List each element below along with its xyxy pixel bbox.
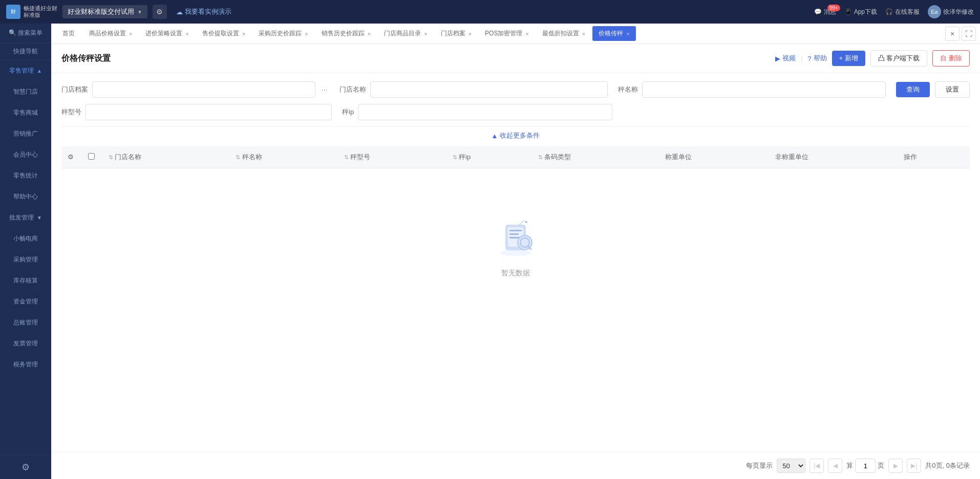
th-settings[interactable]: ⚙ [61, 146, 82, 168]
tab-home[interactable]: 首页 [55, 26, 82, 41]
tab-purchase-strategy[interactable]: 进价策略设置 × [139, 26, 195, 41]
th-scale-model[interactable]: 秤型号 [338, 146, 446, 168]
set-button[interactable]: 设置 [935, 81, 970, 98]
sidebar-item-label: 批发管理 [9, 213, 34, 222]
th-barcode-type[interactable]: 条码类型 [532, 146, 659, 168]
table-header-row: ⚙ 门店名称 秤名称 秤型号 秤ip 条码类型 称重单位 非称重单位 操作 [61, 146, 970, 168]
main-layout: 🔍 搜索菜单 快捷导航 零售管理 ▲ 智慧门店 零售商城 营销推广 会员中心 [0, 24, 980, 479]
store-file-input[interactable] [92, 81, 315, 98]
last-page-button[interactable]: ▶| [907, 459, 921, 473]
help-link[interactable]: ? 帮助 [807, 54, 826, 63]
empty-illustration [490, 209, 541, 260]
app-download-label: App下载 [854, 8, 877, 16]
empty-state: 暂无数据 [61, 168, 970, 319]
tab-sale-history[interactable]: 销售历史价跟踪 × [315, 26, 377, 41]
top-bar: 财 畅捷通好业财 标准版 好业财标准版交付试用 ▼ ⚙ ☁ 我要看实例演示 💬 … [0, 0, 980, 24]
add-button[interactable]: + 新增 [832, 51, 865, 66]
demo-button[interactable]: ☁ 我要看实例演示 [176, 7, 231, 16]
sidebar-item-finance[interactable]: 资金管理 [0, 291, 51, 312]
sidebar-item-smart-store[interactable]: 智慧门店 [0, 81, 51, 102]
scale-name-input[interactable] [642, 81, 886, 98]
sidebar-item-tax[interactable]: 税务管理 [0, 354, 51, 375]
delete-button[interactable]: 自 删除 [932, 50, 970, 67]
tab-close-icon[interactable]: × [368, 31, 371, 37]
tab-close-icon[interactable]: × [626, 31, 629, 37]
sidebar-item-help-center[interactable]: 帮助中心 [0, 186, 51, 207]
online-service-button[interactable]: 🎧 在线客服 [885, 8, 920, 16]
th-non-weight-unit: 非称重单位 [769, 146, 898, 168]
tab-pos-encrypt[interactable]: POS加密管理 × [479, 26, 535, 41]
sidebar-item-invoice[interactable]: 发票管理 [0, 333, 51, 354]
tab-close-icon[interactable]: × [129, 31, 132, 37]
tab-label: POS加密管理 [485, 29, 522, 38]
sidebar-item-wholesale[interactable]: 批发管理 ▼ [0, 207, 51, 228]
tab-price-scale[interactable]: 价格传秤 × [592, 26, 635, 41]
tab-store-catalog[interactable]: 门店商品目录 × [378, 26, 433, 41]
delete-label: 自 删除 [940, 54, 962, 63]
tab-close-icon[interactable]: × [582, 31, 585, 37]
filter-scale-name: 秤名称 [618, 81, 886, 98]
tab-close-icon[interactable]: × [242, 31, 245, 37]
th-checkbox[interactable] [82, 146, 102, 168]
sidebar-search[interactable]: 🔍 搜索菜单 [0, 24, 51, 43]
filter-store-name: 门店名称 [339, 81, 607, 98]
sidebar-item-inventory[interactable]: 库存核算 [0, 270, 51, 291]
sidebar-settings-icon[interactable]: ⚙ [0, 455, 51, 479]
select-all-checkbox[interactable] [88, 153, 95, 160]
tab-purchase-history[interactable]: 采购历史价跟踪 × [252, 26, 314, 41]
tab-min-discount[interactable]: 最低折扣设置 × [536, 26, 591, 41]
help-label: 帮助 [814, 54, 827, 63]
sidebar-item-member-center[interactable]: 会员中心 [0, 144, 51, 165]
store-file-dots-icon[interactable]: ··· [319, 85, 330, 94]
sidebar-item-label: 采购管理 [13, 255, 38, 264]
scale-ip-input[interactable] [358, 104, 612, 120]
tab-close-icon[interactable]: × [525, 31, 528, 37]
sidebar-quick-nav[interactable]: 快捷导航 [0, 43, 51, 60]
username: 徐泽华修改 [943, 8, 974, 16]
download-client-button[interactable]: 凸 客户端下载 [870, 50, 928, 67]
store-name-input[interactable] [370, 81, 607, 98]
sidebar-item-retail-mall[interactable]: 零售商城 [0, 102, 51, 123]
app-download-button[interactable]: 📱 App下载 [844, 8, 877, 16]
tab-bar: 首页 商品价格设置 × 进价策略设置 × 售价提取设置 × 采购历史价跟踪 × [51, 24, 980, 44]
query-button[interactable]: 查询 [896, 82, 930, 97]
collapse-button[interactable]: ▲ 收起更多条件 [61, 126, 970, 146]
tab-close-icon[interactable]: × [305, 31, 308, 37]
first-page-button[interactable]: |◀ [809, 459, 824, 473]
tab-store-file[interactable]: 门店档案 × [435, 26, 478, 41]
page-size-select[interactable]: 50 10 20 100 [777, 459, 805, 473]
th-scale-ip[interactable]: 秤ip [446, 146, 532, 168]
logo-icon: 财 [6, 5, 20, 19]
sidebar-item-label: 零售管理 [9, 67, 34, 75]
tab-maximize-icon[interactable]: ⛶ [962, 27, 976, 41]
sidebar-item-retail-management[interactable]: 零售管理 ▲ [0, 60, 51, 81]
user-info[interactable]: Ea 徐泽华修改 [928, 5, 974, 18]
version-selector[interactable]: 好业财标准版交付试用 ▼ [62, 5, 147, 18]
sidebar-item-marketing[interactable]: 营销推广 [0, 123, 51, 144]
tab-close-icon[interactable]: × [468, 31, 472, 37]
page-number-input[interactable] [855, 459, 876, 473]
th-store-name[interactable]: 门店名称 [102, 146, 229, 168]
demo-icon: ☁ [176, 8, 183, 16]
sidebar-item-general-ledger[interactable]: 总账管理 [0, 312, 51, 333]
scale-model-input[interactable] [86, 104, 332, 120]
sidebar: 🔍 搜索菜单 快捷导航 零售管理 ▲ 智慧门店 零售商城 营销推广 会员中心 [0, 24, 51, 479]
prev-page-button[interactable]: ◀ [828, 459, 842, 473]
tab-label: 门店档案 [441, 29, 465, 38]
message-button[interactable]: 💬 消息 99+ [814, 8, 836, 16]
video-link[interactable]: ▶ 视频 [775, 54, 796, 63]
sidebar-item-retail-stats[interactable]: 零售统计 [0, 165, 51, 186]
tab-sale-extract[interactable]: 售价提取设置 × [196, 26, 251, 41]
sidebar-item-purchase[interactable]: 采购管理 [0, 249, 51, 270]
tab-close-icon[interactable]: × [424, 31, 427, 37]
empty-text: 暂无数据 [501, 269, 530, 278]
th-scale-name[interactable]: 秤名称 [229, 146, 338, 168]
settings-icon[interactable]: ⚙ [153, 5, 167, 19]
tab-close-all-icon[interactable]: × [945, 27, 960, 41]
tab-close-icon[interactable]: × [185, 31, 188, 37]
sidebar-item-label: 发票管理 [13, 339, 38, 348]
filter-scale-ip: 秤ip [342, 104, 612, 120]
next-page-button[interactable]: ▶ [888, 459, 903, 473]
tab-goods-price[interactable]: 商品价格设置 × [83, 26, 138, 41]
sidebar-item-xiao-chang[interactable]: 小畅电商 [0, 228, 51, 249]
